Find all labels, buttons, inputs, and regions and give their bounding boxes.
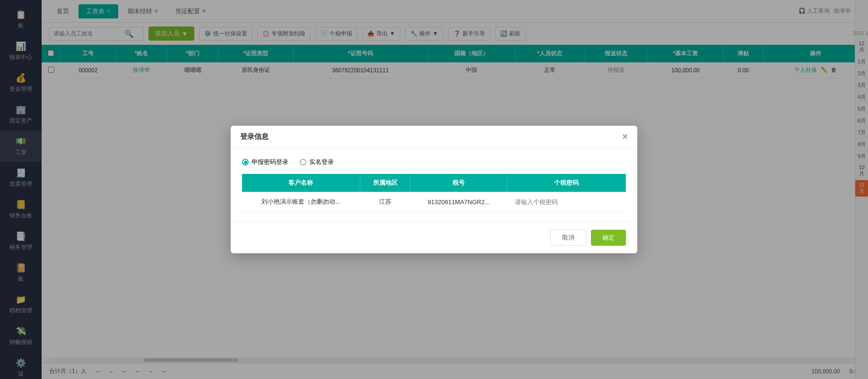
dialog-client-table: 客户名称 所属地区 税号 个税密码 刘小艳演示账套（勿删勿动... 江苏 913… bbox=[242, 174, 626, 212]
radio-realname-login[interactable]: 实名登录 bbox=[300, 158, 334, 166]
radio-password-circle bbox=[242, 159, 249, 165]
dialog-footer: 取消 确定 bbox=[231, 222, 637, 253]
dialog-overlay: 登录信息 ✕ 申报密码登录 实名登录 客户名称 所属地区 bbox=[0, 0, 868, 379]
login-dialog: 登录信息 ✕ 申报密码登录 实名登录 客户名称 所属地区 bbox=[231, 126, 637, 253]
dialog-cell-taxid: 91320811MA7NGR2... bbox=[410, 192, 507, 212]
dialog-header: 登录信息 ✕ bbox=[231, 126, 637, 148]
radio-realname-label: 实名登录 bbox=[309, 158, 334, 166]
dialog-cell-password[interactable] bbox=[507, 192, 626, 212]
tax-password-input[interactable] bbox=[515, 198, 618, 206]
confirm-button[interactable]: 确定 bbox=[591, 230, 626, 246]
login-type-radio-group: 申报密码登录 实名登录 bbox=[242, 158, 626, 166]
dialog-cell-name: 刘小艳演示账套（勿删勿动... bbox=[242, 192, 360, 212]
dialog-col-region: 所属地区 bbox=[360, 174, 410, 192]
radio-realname-circle bbox=[300, 159, 306, 165]
dialog-body: 申报密码登录 实名登录 客户名称 所属地区 税号 个税密码 bbox=[231, 148, 637, 222]
dialog-table-row: 刘小艳演示账套（勿删勿动... 江苏 91320811MA7NGR2... bbox=[242, 192, 626, 212]
dialog-cell-region: 江苏 bbox=[360, 192, 410, 212]
dialog-col-password: 个税密码 bbox=[507, 174, 626, 192]
dialog-close-button[interactable]: ✕ bbox=[622, 132, 628, 141]
cancel-button[interactable]: 取消 bbox=[550, 230, 586, 246]
dialog-title: 登录信息 bbox=[240, 132, 269, 141]
radio-password-label: 申报密码登录 bbox=[252, 158, 288, 166]
radio-password-login[interactable]: 申报密码登录 bbox=[242, 158, 288, 166]
dialog-col-name: 客户名称 bbox=[242, 174, 360, 192]
dialog-col-taxid: 税号 bbox=[410, 174, 507, 192]
